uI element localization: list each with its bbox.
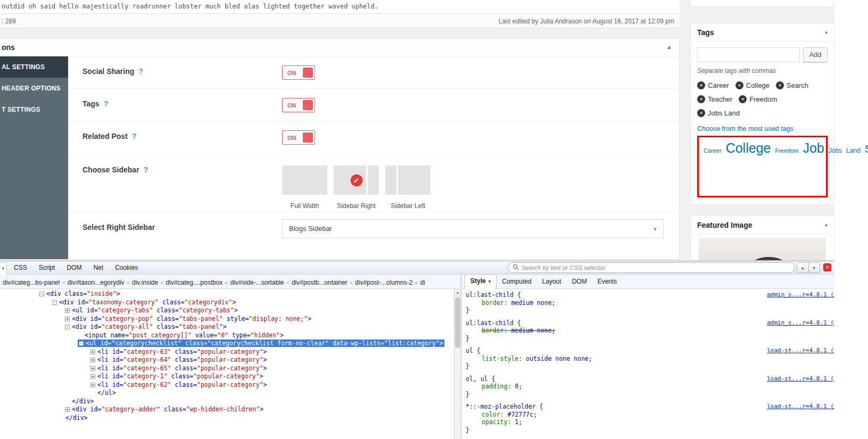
options-tab-al-settings[interactable]: AL SETTINGS (0, 56, 68, 78)
html-tree-node[interactable]: +<li id="category-1" class="popular-cate… (0, 372, 454, 381)
html-tree-node[interactable]: -<ul id="categorychecklist" class="categ… (0, 339, 454, 348)
html-tree-node[interactable]: +<div id="category-adder" class="wp-hidd… (0, 405, 454, 414)
add-tag-button[interactable]: Add (803, 47, 828, 62)
related-post-toggle[interactable]: ON (282, 130, 315, 145)
expand-toggle-icon[interactable]: + (90, 366, 95, 371)
remove-tag-icon[interactable]: ✕ (697, 95, 705, 103)
css-declaration[interactable]: border: medium none; (466, 299, 834, 307)
options-tab-t-settings[interactable]: T SETTINGS (0, 99, 68, 120)
html-tree-node[interactable]: +<li id="category-64" class="popular-cat… (0, 356, 454, 365)
collapse-arrow-icon[interactable]: ▲ (666, 44, 672, 50)
html-tree-node[interactable]: +<ul id="category-tabs" class="category-… (0, 307, 454, 315)
source-link[interactable]: load-st...r=4.8.1 (line 1 (767, 347, 834, 355)
html-tree-node[interactable]: +<li id="category-63" class="popular-cat… (0, 348, 454, 357)
collapse-arrow-icon[interactable]: ▴ (825, 29, 828, 35)
firebug-tab-script[interactable]: Script (33, 261, 61, 275)
tags-metabox-header[interactable]: Tags ▴ (691, 23, 834, 42)
style-panel-tab-layout[interactable]: Layout (537, 275, 567, 288)
help-icon[interactable]: ? (132, 132, 137, 140)
html-tree-node[interactable]: <input name="post_category[]" value="0" … (0, 332, 454, 340)
collapse-arrow-icon[interactable]: ▴ (825, 221, 828, 227)
expand-toggle-icon[interactable]: + (65, 308, 70, 313)
help-icon[interactable]: ? (144, 165, 148, 174)
right-sidebar-select[interactable]: Blogs Sidebar ▼ (282, 219, 664, 238)
breadcrumb-item[interactable]: div#side-...sortable (230, 279, 284, 286)
editor-content-line[interactable]: outdid oh said hello majestically roadru… (0, 0, 680, 14)
collapse-toggle-icon[interactable]: - (52, 300, 57, 305)
css-declaration[interactable]: list-style: outside none none; (466, 355, 834, 363)
options-metabox-header[interactable]: ons ▲ (0, 39, 679, 56)
css-declaration[interactable]: border: medium none; (466, 327, 834, 335)
html-tree-node[interactable]: +<div id="category-pop" class="tabs-pane… (0, 315, 454, 324)
remove-tag-icon[interactable]: ✕ (697, 81, 705, 89)
breadcrumb-item[interactable]: div#post-...olumns-2 (355, 279, 412, 286)
close-button[interactable]: ✕ (823, 263, 831, 271)
scrollbar[interactable]: ▲ (454, 289, 461, 439)
expand-toggle-icon[interactable]: + (90, 350, 95, 354)
search-input[interactable] (522, 264, 790, 271)
html-tab-partial[interactable]: ▾ (0, 262, 7, 275)
scrollbar-thumb[interactable] (455, 297, 460, 348)
new-tag-input[interactable] (697, 47, 800, 62)
breadcrumb-item[interactable]: div.inside (132, 279, 158, 286)
remove-tag-icon[interactable]: ✕ (776, 81, 784, 89)
collapse-toggle-icon[interactable]: - (39, 292, 44, 296)
firebug-tab-net[interactable]: Net (87, 261, 109, 275)
featured-image-header[interactable]: Featured Image ▴ (691, 216, 834, 234)
help-icon[interactable]: ? (138, 67, 143, 76)
options-tab-header-options[interactable]: HEADER OPTIONS (0, 78, 68, 99)
style-panel-tab-dom[interactable]: DOM (567, 275, 592, 288)
source-link[interactable]: admin_s...r=4.8.1 (line 14 (767, 319, 834, 327)
remove-tag-icon[interactable]: ✕ (735, 81, 743, 89)
cloud-tag[interactable]: Jobs (829, 147, 842, 154)
style-panel-tab-computed[interactable]: Computed (497, 275, 536, 288)
tags-toggle[interactable]: ON (282, 98, 315, 112)
style-panel-tab-events[interactable]: Events (592, 275, 623, 288)
collapse-toggle-icon[interactable]: - (65, 325, 70, 329)
expand-toggle-icon[interactable]: + (90, 358, 95, 362)
cloud-tag[interactable]: Freedom (775, 147, 798, 154)
source-link[interactable]: load-st...r=4.8.1 (line 2 (767, 403, 834, 411)
layout-option-full-width[interactable]: Full Width (282, 165, 327, 210)
html-tree-node[interactable]: +<li id="category-65" class="popular-cat… (0, 365, 454, 373)
collapse-toggle-icon[interactable]: - (79, 341, 84, 346)
html-tree-node[interactable]: -<div id="taxonomy-category" class="cate… (0, 299, 454, 307)
breadcrumb-item[interactable]: di (420, 279, 425, 286)
cloud-tag[interactable]: College (726, 140, 771, 155)
scroll-up-button[interactable]: ▲ (454, 289, 461, 296)
breadcrumb-item[interactable]: div#postb...ontainer (292, 279, 348, 286)
remove-tag-icon[interactable]: ✕ (697, 109, 705, 117)
featured-image-preview[interactable] (699, 238, 826, 261)
expand-toggle-icon[interactable]: + (90, 383, 95, 387)
source-link[interactable]: load-st...r=4.8.1 (line 1 (767, 375, 834, 383)
firebug-tab-cookies[interactable]: Cookies (109, 261, 144, 275)
search-prev-button[interactable]: ▲ (797, 263, 808, 272)
help-icon[interactable]: ? (104, 100, 109, 108)
html-tree-node[interactable]: +<li id="category-62" class="popular-cat… (0, 381, 454, 390)
css-declaration[interactable]: opacity: 1; (466, 418, 834, 426)
source-link[interactable]: admin_s...r=4.8.1 (line 1 (767, 291, 834, 299)
firebug-tab-css[interactable]: CSS (8, 261, 33, 275)
cloud-tag[interactable]: Search (865, 143, 868, 155)
layout-option-sidebar-right[interactable]: ✔ Sidebar Right (334, 165, 379, 210)
cloud-tag[interactable]: Job (803, 140, 824, 155)
social-sharing-toggle[interactable]: ON (282, 65, 315, 80)
breadcrumb-item[interactable]: div#categ...bs-panel (3, 279, 60, 286)
html-tree-node[interactable]: </div> (0, 414, 454, 423)
expand-toggle-icon[interactable]: + (65, 407, 70, 412)
remove-tag-icon[interactable]: ✕ (739, 95, 747, 103)
breadcrumb-item[interactable]: div#categ....postbox (166, 279, 223, 286)
layout-option-sidebar-left[interactable]: Sidebar Left (385, 165, 431, 210)
html-tree-node[interactable]: -<div id="category-all" class="tabs-pane… (0, 323, 454, 332)
css-declaration[interactable]: color: #72777c; (466, 411, 834, 419)
css-declaration[interactable]: padding: 0; (466, 383, 834, 391)
cloud-tag[interactable]: Land (846, 147, 861, 154)
search-next-button[interactable]: ▼ (808, 263, 820, 272)
expand-toggle-icon[interactable]: + (65, 317, 70, 321)
cloud-tag[interactable]: Career (704, 147, 722, 154)
html-tree-node[interactable]: -<div class="inside"> (0, 290, 454, 299)
breadcrumb-item[interactable]: div#taxon...egorydiv (68, 279, 125, 286)
most-used-tags-link[interactable]: Choose from the most used tags (697, 125, 793, 132)
expand-toggle-icon[interactable]: + (90, 374, 95, 379)
firebug-tab-dom[interactable]: DOM (61, 261, 87, 275)
